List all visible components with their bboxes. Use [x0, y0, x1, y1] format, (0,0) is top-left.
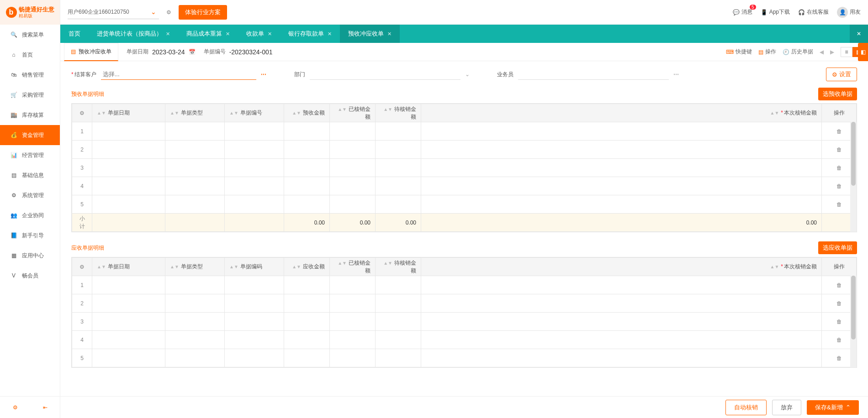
company-select[interactable]: 用户690企业1660120750 [68, 5, 159, 19]
dept-dropdown-icon[interactable]: ⌄ [465, 71, 470, 78]
scrollbar2-thumb[interactable] [851, 276, 856, 340]
sales-picker-icon[interactable]: ⋯ [673, 71, 679, 78]
col2-recv[interactable]: ▲▼应收金额 [284, 258, 330, 276]
sidebar-item-system[interactable]: ⚙系统管理 [0, 185, 60, 205]
save-new-button[interactable]: 保存&新增 ⌃ [807, 400, 859, 415]
sidebar-item-sales[interactable]: 🛍销售管理 [0, 65, 60, 85]
doc-settings-button[interactable]: ⚙ 设置 [826, 68, 857, 81]
customer-input[interactable] [101, 69, 256, 80]
col2-pending[interactable]: ▲▼待核销金额 [376, 258, 421, 276]
tab[interactable]: 银行存取款单✕ [280, 25, 340, 43]
sidebar-item-guide[interactable]: 📘新手引导 [0, 225, 60, 246]
sidebar-item-apps[interactable]: ▦应用中心 [0, 246, 60, 266]
delete-icon[interactable]: 🗑 [836, 282, 842, 288]
support-button[interactable]: 🎧 在线客服 [798, 8, 829, 16]
close-icon[interactable]: ✕ [268, 31, 272, 37]
table2-settings-icon[interactable]: ⚙ [79, 264, 85, 270]
delete-icon[interactable]: 🗑 [836, 128, 842, 135]
doc-date-value[interactable]: 2023-03-24 [152, 48, 185, 56]
col-written[interactable]: ▲▼已核销金额 [330, 104, 376, 122]
sidebar-item-purchase[interactable]: 🛒采购管理 [0, 85, 60, 105]
tab[interactable]: 收款单✕ [238, 25, 280, 43]
close-icon[interactable]: ✕ [226, 31, 230, 37]
sidebar-item-search[interactable]: 🔍搜索菜单 [0, 25, 60, 45]
messages-button[interactable]: 💬 消息 5 [733, 8, 752, 16]
sidebar-item-member[interactable]: V畅会员 [0, 266, 60, 286]
collapse-icon[interactable]: ⇤ [43, 404, 48, 411]
delete-icon[interactable]: 🗑 [836, 146, 842, 153]
doc-date-label: 单据日期 [127, 48, 148, 56]
select-receivable-button[interactable]: 选应收单据 [818, 241, 857, 254]
close-icon[interactable]: ✕ [387, 31, 392, 37]
col-no[interactable]: ▲▼单据编号 [225, 104, 284, 122]
history-button[interactable]: 🕘历史单据 [783, 48, 813, 56]
auto-writeoff-button[interactable]: 自动核销 [725, 400, 767, 415]
delete-icon[interactable]: 🗑 [836, 319, 842, 325]
table-row[interactable]: 2🗑 [72, 141, 857, 159]
tab[interactable]: 预收冲应收单✕ [340, 25, 400, 43]
delete-icon[interactable]: 🗑 [836, 165, 842, 171]
logo[interactable]: b 畅捷通好生意 精易版 [0, 0, 60, 25]
col-pending[interactable]: ▲▼待核销金额 [376, 104, 421, 122]
table-row[interactable]: 5🗑 [72, 349, 857, 367]
col-type[interactable]: ▲▼单据类型 [165, 104, 225, 122]
app-download-button[interactable]: 📱 App下载 [761, 8, 790, 16]
sidebar-item-home[interactable]: ⌂首页 [0, 45, 60, 65]
table-row[interactable]: 5🗑 [72, 195, 857, 214]
right-rail-toggle[interactable]: ◧ [858, 43, 868, 61]
close-all-tabs[interactable]: ✕ [850, 25, 868, 43]
sales-input[interactable] [518, 69, 669, 80]
col2-no[interactable]: ▲▼单据编码 [225, 258, 284, 276]
tab[interactable]: 商品成本重算✕ [178, 25, 238, 43]
sidebar-item-label: 应用中心 [22, 252, 44, 260]
sidebar-item-inventory[interactable]: 🏬库存核算 [0, 105, 60, 125]
scrollbar-thumb[interactable] [851, 122, 856, 186]
sidebar-item-basic[interactable]: ▤基础信息 [0, 165, 60, 185]
prev-icon[interactable]: ◀ [820, 49, 824, 55]
delete-icon[interactable]: 🗑 [836, 355, 842, 361]
user-name: 用友 [850, 8, 861, 16]
col-pre[interactable]: ▲▼预收金额 [284, 104, 330, 122]
close-icon[interactable]: ✕ [166, 31, 170, 37]
table-settings-icon[interactable]: ⚙ [79, 110, 85, 116]
col2-date[interactable]: ▲▼单据日期 [92, 258, 165, 276]
sidebar-item-finance[interactable]: 💰资金管理 [0, 125, 60, 145]
dept-input[interactable] [310, 69, 460, 80]
col-date[interactable]: ▲▼单据日期 [92, 104, 165, 122]
operations-button[interactable]: ▤操作 [758, 48, 776, 56]
keyboard-icon: ⌨ [726, 49, 734, 55]
table-row[interactable]: 3🗑 [72, 313, 857, 331]
delete-icon[interactable]: 🗑 [836, 183, 842, 189]
user-menu[interactable]: 👤 用友 [837, 7, 861, 18]
delete-icon[interactable]: 🗑 [836, 300, 842, 307]
col2-written[interactable]: ▲▼已核销金额 [330, 258, 376, 276]
sidebar-item-collab[interactable]: 👥企业协同 [0, 205, 60, 225]
table-row[interactable]: 4🗑 [72, 331, 857, 349]
delete-icon[interactable]: 🗑 [836, 337, 842, 343]
tab-label: 商品成本重算 [186, 30, 222, 38]
col-this[interactable]: ▲▼*本次核销金额 [421, 104, 822, 122]
table-row[interactable]: 4🗑 [72, 177, 857, 195]
customer-picker-icon[interactable]: ⋯ [261, 71, 267, 78]
company-settings-icon[interactable]: ⚙ [166, 9, 171, 16]
trial-button[interactable]: 体验行业方案 [179, 5, 227, 20]
discard-button[interactable]: 放弃 [772, 400, 801, 415]
tab[interactable]: 进货单统计表（按商品）✕ [89, 25, 178, 43]
calendar-icon[interactable]: 📅 [189, 49, 196, 55]
delete-icon[interactable]: 🗑 [836, 201, 842, 208]
table-row[interactable]: 1🗑 [72, 276, 857, 294]
next-icon[interactable]: ▶ [830, 49, 834, 55]
shortcut-button[interactable]: ⌨快捷键 [726, 48, 752, 56]
table-row[interactable]: 2🗑 [72, 294, 857, 313]
col2-this[interactable]: ▲▼*本次核销金额 [421, 258, 822, 276]
tab[interactable]: 首页 [60, 25, 89, 43]
doc-tab[interactable]: ▤ 预收冲应收单 [64, 43, 118, 61]
select-prepay-button[interactable]: 选预收单据 [818, 88, 857, 100]
settings-icon[interactable]: ⚙ [13, 404, 18, 411]
table-row[interactable]: 3🗑 [72, 159, 857, 177]
close-icon[interactable]: ✕ [328, 31, 332, 37]
table-row[interactable]: 1🗑 [72, 122, 857, 141]
sidebar-item-operation[interactable]: 📊经营管理 [0, 145, 60, 165]
col2-type[interactable]: ▲▼单据类型 [165, 258, 225, 276]
view-list-icon[interactable]: ≡ [841, 47, 852, 57]
